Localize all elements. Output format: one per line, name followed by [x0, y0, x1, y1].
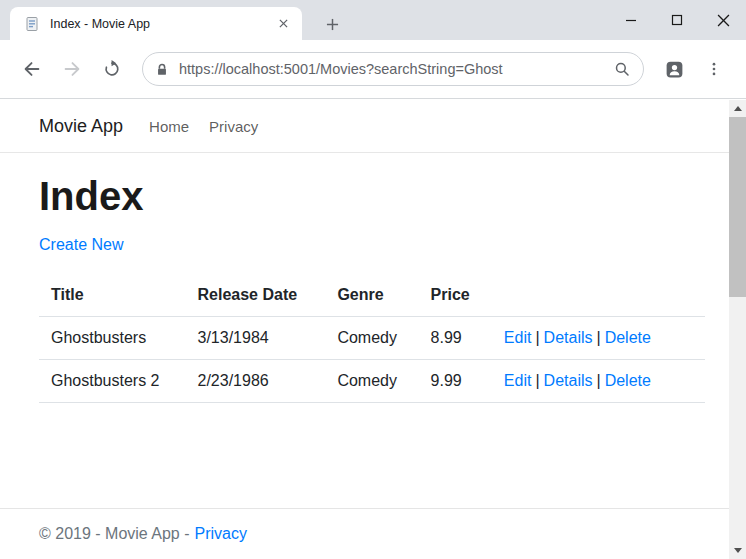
forward-icon	[61, 58, 83, 80]
main-content: Index Create New Title Release Date Genr…	[0, 153, 729, 403]
page-favicon-icon	[24, 16, 40, 32]
maximize-button[interactable]	[654, 0, 700, 40]
minimize-icon	[625, 14, 637, 26]
url-text[interactable]: https://localhost:5001/Movies?searchStri…	[179, 61, 613, 77]
footer-copyright: © 2019 - Movie App -	[39, 525, 190, 543]
create-new-link[interactable]: Create New	[39, 236, 123, 254]
table-row: Ghostbusters 3/13/1984 Comedy 8.99 Edit|…	[39, 317, 705, 360]
scroll-up-button[interactable]	[729, 100, 746, 117]
movies-table: Title Release Date Genre Price Ghostbust…	[39, 274, 705, 403]
address-bar[interactable]: https://localhost:5001/Movies?searchStri…	[142, 52, 644, 86]
vertical-scrollbar[interactable]	[729, 100, 746, 559]
header-title: Title	[39, 274, 186, 317]
site-footer: © 2019 - Movie App - Privacy	[0, 508, 729, 559]
lock-icon[interactable]	[155, 62, 169, 77]
minimize-button[interactable]	[608, 0, 654, 40]
menu-button[interactable]	[697, 52, 731, 86]
cell-release-date: 2/23/1986	[186, 360, 326, 403]
navbar-brand[interactable]: Movie App	[39, 116, 123, 137]
cell-release-date: 3/13/1984	[186, 317, 326, 360]
reload-button[interactable]	[95, 52, 129, 86]
window-controls	[608, 0, 746, 40]
site-navbar: Movie App Home Privacy	[0, 100, 729, 153]
action-separator: |	[593, 329, 605, 346]
new-tab-button[interactable]	[318, 10, 346, 38]
header-genre: Genre	[325, 274, 418, 317]
search-icon[interactable]	[613, 60, 631, 78]
edit-link[interactable]: Edit	[504, 329, 532, 346]
cell-genre: Comedy	[325, 317, 418, 360]
browser-toolbar: https://localhost:5001/Movies?searchStri…	[0, 40, 746, 99]
cell-genre: Comedy	[325, 360, 418, 403]
scroll-up-icon	[734, 106, 742, 111]
page-title: Index	[39, 173, 705, 219]
delete-link[interactable]: Delete	[605, 329, 651, 346]
header-actions	[492, 274, 705, 317]
close-button[interactable]	[700, 0, 746, 40]
cell-actions: Edit|Details|Delete	[492, 317, 705, 360]
details-link[interactable]: Details	[544, 329, 593, 346]
page-viewport: Movie App Home Privacy Index Create New …	[0, 100, 729, 559]
back-icon	[21, 58, 43, 80]
profile-button[interactable]	[657, 52, 691, 86]
details-link[interactable]: Details	[544, 372, 593, 389]
tab-title: Index - Movie App	[50, 17, 274, 31]
footer-privacy-link[interactable]: Privacy	[195, 525, 247, 543]
scroll-down-button[interactable]	[729, 542, 746, 559]
header-release-date: Release Date	[186, 274, 326, 317]
header-price: Price	[419, 274, 492, 317]
action-separator: |	[531, 329, 543, 346]
action-separator: |	[531, 372, 543, 389]
nav-link-privacy[interactable]: Privacy	[209, 118, 258, 135]
cell-title: Ghostbusters	[39, 317, 186, 360]
cell-title: Ghostbusters 2	[39, 360, 186, 403]
forward-button[interactable]	[55, 52, 89, 86]
cell-price: 9.99	[419, 360, 492, 403]
table-row: Ghostbusters 2 2/23/1986 Comedy 9.99 Edi…	[39, 360, 705, 403]
scroll-down-icon	[734, 548, 742, 553]
tab-close-icon[interactable]	[274, 15, 292, 33]
tab-strip: Index - Movie App	[0, 0, 746, 40]
close-icon	[717, 14, 730, 27]
menu-dots-icon	[705, 60, 723, 78]
profile-icon	[664, 59, 685, 80]
back-button[interactable]	[15, 52, 49, 86]
edit-link[interactable]: Edit	[504, 372, 532, 389]
scrollbar-thumb[interactable]	[729, 117, 746, 297]
plus-icon	[326, 18, 339, 31]
browser-window: Index - Movie App	[0, 0, 746, 559]
cell-actions: Edit|Details|Delete	[492, 360, 705, 403]
action-separator: |	[593, 372, 605, 389]
reload-icon	[102, 59, 122, 79]
browser-tab[interactable]: Index - Movie App	[10, 7, 302, 40]
nav-link-home[interactable]: Home	[149, 118, 189, 135]
table-header-row: Title Release Date Genre Price	[39, 274, 705, 317]
cell-price: 8.99	[419, 317, 492, 360]
maximize-icon	[671, 14, 683, 26]
delete-link[interactable]: Delete	[605, 372, 651, 389]
